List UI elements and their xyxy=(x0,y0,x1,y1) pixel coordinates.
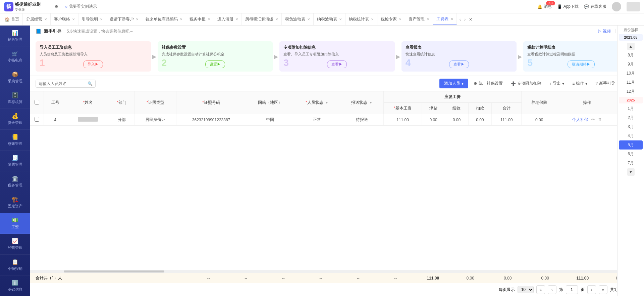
row-checkbox-cell xyxy=(30,114,44,126)
tab-close-1[interactable]: ✕ xyxy=(44,17,47,21)
tab-8[interactable]: 所得税汇算清缴 ✕ xyxy=(242,13,282,25)
step-2-btn[interactable]: 设置▶ xyxy=(205,60,225,68)
month-item-1[interactable]: 1月 xyxy=(619,104,643,113)
row-pension: 0.00 xyxy=(522,114,557,126)
month-item-11[interactable]: 11月 xyxy=(619,78,643,87)
notification-btn[interactable]: 🔔 消息 99+ xyxy=(537,4,552,9)
settings-btn[interactable]: ⚙ xyxy=(55,4,58,9)
select-all-checkbox[interactable] xyxy=(35,100,39,104)
edit-icon[interactable]: ✏ xyxy=(591,117,595,122)
tab-1[interactable]: 分层经营 ✕ xyxy=(23,13,51,25)
month-item-8[interactable]: 8月 xyxy=(619,51,643,60)
special-deduction-btn[interactable]: ➕ 专项附加扣除 xyxy=(508,79,544,88)
step-4-btn[interactable]: 查看▶ xyxy=(449,60,469,68)
footer-cell-1: -- xyxy=(227,276,265,281)
ops-dropdown-icon: ▾ xyxy=(585,81,587,86)
tab-13[interactable]: 资产管理 ✕ xyxy=(405,13,433,25)
nav-close-all[interactable]: ✕ xyxy=(468,16,474,23)
sidebar-item-tax[interactable]: 🏛️ 税务管理 xyxy=(0,171,30,192)
sidebar-item-expense[interactable]: 📋 小畅报销 xyxy=(0,255,30,276)
sidebar-item-finance[interactable]: 💰 资金管理 xyxy=(0,109,30,130)
new-guide-btn[interactable]: ? 新手引导 xyxy=(593,79,618,88)
tab-close-7[interactable]: ✕ xyxy=(235,17,238,21)
month-item-7[interactable]: 7月 xyxy=(619,159,643,168)
sidebar-item-invoice[interactable]: 🧾 发票管理 xyxy=(0,151,30,171)
tab-11[interactable]: 纳税统计表 ✕ xyxy=(345,13,377,25)
month-item-12[interactable]: 12月 xyxy=(619,87,643,96)
step-3-btn[interactable]: 查看▶ xyxy=(327,60,347,68)
report-filter-icon[interactable]: ▼ xyxy=(369,101,373,104)
month-item-9[interactable]: 9月 xyxy=(619,60,643,69)
tab-close-12[interactable]: ✕ xyxy=(399,17,401,21)
month-scroll-down-btn[interactable]: ▼ xyxy=(627,168,635,176)
scroll-thumb[interactable] xyxy=(64,270,164,272)
nav-prev-arrow[interactable]: ‹ xyxy=(458,16,462,23)
tab-2[interactable]: 客户联络 ✕ xyxy=(51,13,78,25)
tab-close-10[interactable]: ✕ xyxy=(339,17,342,21)
demo-btn[interactable]: ○ 我要看实例演示 xyxy=(65,4,97,9)
page-input[interactable] xyxy=(566,285,578,294)
month-scroll-up-btn[interactable]: ▲ xyxy=(627,43,635,50)
sidebar-item-ledger[interactable]: 📒 总账管理 xyxy=(0,130,30,151)
tab-12[interactable]: 税检专家 ✕ xyxy=(377,13,405,25)
user-name-btn[interactable] xyxy=(627,2,640,11)
first-page-btn[interactable]: « xyxy=(536,285,545,294)
tab-close-5[interactable]: ✕ xyxy=(180,17,182,21)
tab-close-11[interactable]: ✕ xyxy=(371,17,374,21)
tab-close-4[interactable]: ✕ xyxy=(136,17,139,21)
tab-5[interactable]: 往来单位商品编码 ✕ xyxy=(142,13,186,25)
tab-close-13[interactable]: ✕ xyxy=(427,17,429,21)
tab-close-9[interactable]: ✕ xyxy=(307,17,310,21)
delete-icon[interactable]: 🗑 xyxy=(598,117,602,122)
page-size-select[interactable]: 10 20 50 xyxy=(518,286,534,293)
tab-wage[interactable]: 工资表 ✕ xyxy=(433,13,457,25)
nav-next-arrow[interactable]: › xyxy=(463,16,467,23)
tab-home[interactable]: 🏠 首页 xyxy=(1,13,23,25)
tab-10[interactable]: 纳税波动表 ✕ xyxy=(314,13,345,25)
tab-3[interactable]: 引导说明 ✕ xyxy=(78,13,106,25)
sidebar-item-wage[interactable]: 💵 工资 xyxy=(0,213,30,234)
sidebar-item-purchase[interactable]: 📦 采购管理 xyxy=(0,67,30,88)
add-person-btn[interactable]: 添加人员 ▾ xyxy=(439,79,468,88)
month-item-3[interactable]: 3月 xyxy=(619,122,643,131)
guide-video-link[interactable]: ▷ 视频 xyxy=(598,29,611,34)
tab-7[interactable]: 进入清册 ✕ xyxy=(214,13,242,25)
next-page-btn[interactable]: › xyxy=(587,285,596,294)
tab-close-wage[interactable]: ✕ xyxy=(450,17,453,21)
row-checkbox[interactable] xyxy=(35,117,39,122)
prev-page-btn[interactable]: ‹ xyxy=(548,285,556,294)
sidebar-item-basic-info[interactable]: ℹ️ 基础信息 xyxy=(0,276,30,296)
tab-4[interactable]: 邀请下游客户 ✕ xyxy=(106,13,142,25)
search-input[interactable] xyxy=(39,81,86,86)
unified-social-btn[interactable]: ⚙ 统一社保设置 xyxy=(471,79,505,88)
step-1-btn[interactable]: 导入▶ xyxy=(83,60,103,68)
sidebar-item-inventory[interactable]: 🗄️ 库存核算 xyxy=(0,88,30,109)
online-service-btn[interactable]: 💬 在线客服 xyxy=(584,4,606,9)
operations-btn[interactable]: ≡ 操作 ▾ xyxy=(570,79,590,88)
month-item-10[interactable]: 10月 xyxy=(619,69,643,78)
month-item-5[interactable]: 5月 xyxy=(619,140,643,150)
user-avatar[interactable] xyxy=(612,2,621,11)
step-5-btn[interactable]: 敬请期待▶ xyxy=(568,60,595,68)
sidebar-item-ecommerce[interactable]: 🛒 小畅电商 xyxy=(0,46,30,67)
sidebar-item-operations[interactable]: 📈 经营管理 xyxy=(0,234,30,255)
sidebar-item-sales[interactable]: 📊 销售管理 xyxy=(0,26,30,46)
status-filter-icon[interactable]: ▼ xyxy=(325,101,328,104)
tab-close-6[interactable]: ✕ xyxy=(208,17,210,21)
tab-close-3[interactable]: ✕ xyxy=(100,17,103,21)
sidebar-item-assets[interactable]: 🏗️ 固定资产 xyxy=(0,192,30,213)
app-download-btn[interactable]: 📱 App下载 xyxy=(557,4,579,9)
export-btn[interactable]: ↑ 导出 ▾ xyxy=(547,79,567,88)
search-icon[interactable]: 🔍 xyxy=(88,81,93,86)
month-item-2[interactable]: 2月 xyxy=(619,113,643,122)
month-item-4[interactable]: 4月 xyxy=(619,131,643,140)
tab-close-8[interactable]: ✕ xyxy=(275,17,278,21)
horizontal-scrollbar[interactable] xyxy=(30,270,644,273)
month-item-6[interactable]: 6月 xyxy=(619,150,643,159)
tab-close-2[interactable]: ✕ xyxy=(72,17,75,21)
tab-9[interactable]: 税负波动表 ✕ xyxy=(282,13,314,25)
tab-6[interactable]: 税务申报 ✕ xyxy=(186,13,214,25)
row-id-type: 居民身份证 xyxy=(135,114,176,126)
last-page-btn[interactable]: » xyxy=(599,285,607,294)
personal-social-btn[interactable]: 个人社保 xyxy=(572,117,588,122)
